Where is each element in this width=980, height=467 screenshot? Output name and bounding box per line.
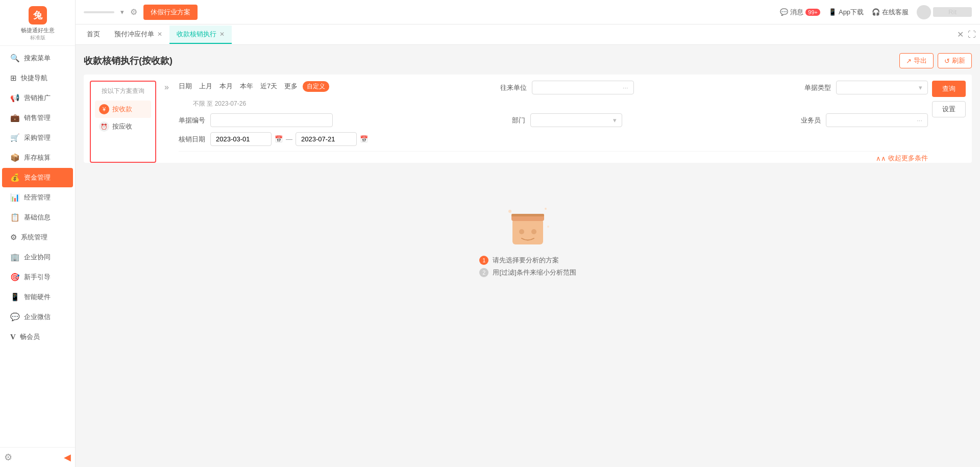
date-label: 日期 bbox=[179, 82, 194, 91]
app-download-btn[interactable]: 📱 App下载 bbox=[828, 8, 864, 17]
svg-rect-2 bbox=[511, 214, 544, 216]
online-service-btn[interactable]: 🎧 在线客服 bbox=[872, 8, 909, 17]
sidebar-item-operations[interactable]: 📊 经营管理 bbox=[2, 188, 73, 207]
maximize-btn[interactable]: ⛶ bbox=[968, 30, 976, 39]
sidebar-item-inventory[interactable]: 📦 库存核算 bbox=[2, 148, 73, 167]
member-icon: V bbox=[10, 333, 16, 341]
sidebar-item-label: 基础信息 bbox=[24, 213, 51, 222]
dept-select[interactable]: ▾ bbox=[530, 113, 622, 127]
topbar-left: ▾ ⚙ 休假行业方案 bbox=[84, 5, 198, 20]
tab-home-label: 首页 bbox=[87, 30, 100, 39]
svg-point-6 bbox=[545, 208, 547, 210]
sidebar-item-label: 快捷导航 bbox=[21, 73, 47, 83]
message-btn[interactable]: 💬 消息 99+ bbox=[780, 8, 820, 17]
staff-input[interactable]: ··· bbox=[826, 113, 928, 127]
calendar-start-icon[interactable]: 📅 bbox=[275, 135, 283, 143]
sidebar-item-quicknav[interactable]: ⊞ 快捷导航 bbox=[2, 68, 73, 88]
filter-option-receipt-label: 按收款 bbox=[112, 105, 132, 114]
sidebar-item-finance[interactable]: 💰 资金管理 bbox=[2, 168, 73, 187]
collapse-sidebar-btn[interactable]: ◀ bbox=[64, 452, 71, 463]
tab-collection[interactable]: 收款核销执行 ✕ bbox=[169, 26, 232, 44]
sidebar-item-purchase[interactable]: 🛒 采购管理 bbox=[2, 128, 73, 148]
doc-no-label: 单据编号 bbox=[179, 116, 207, 125]
tab-prepay-label: 预付冲应付单 bbox=[114, 30, 154, 39]
receivable-icon: ⏰ bbox=[99, 121, 109, 132]
message-label: 消息 bbox=[790, 8, 803, 17]
sidebar-item-label: 搜索菜单 bbox=[24, 54, 51, 63]
empty-hint-2: 2 用[过滤]条件来缩小分析范围 bbox=[479, 268, 576, 277]
date-last-month[interactable]: 上月 bbox=[197, 81, 214, 92]
sidebar-item-wechat[interactable]: 💬 企业微信 bbox=[2, 307, 73, 327]
close-all-tabs-btn[interactable]: ✕ bbox=[957, 30, 964, 39]
refresh-button[interactable]: ↺ 刷新 bbox=[938, 53, 972, 68]
sidebar-item-label: 新手引导 bbox=[24, 273, 51, 282]
sales-icon: 💼 bbox=[10, 113, 20, 122]
date-this-year[interactable]: 本年 bbox=[238, 81, 255, 92]
sidebar-item-system[interactable]: ⚙ 系统管理 bbox=[2, 228, 73, 247]
collapse-more-label: 收起更多条件 bbox=[888, 154, 928, 163]
filter-option-by-receivable[interactable]: ⏰ 按应收 bbox=[95, 118, 151, 135]
sidebar-item-member[interactable]: V 畅会员 bbox=[2, 327, 73, 347]
hardware-icon: 📱 bbox=[10, 292, 20, 302]
hint-text-2: 用[过滤]条件来缩小分析范围 bbox=[493, 268, 576, 277]
page-title: 收款核销执行(按收款) bbox=[84, 55, 173, 67]
sidebar-item-label: 企业微信 bbox=[24, 312, 51, 322]
tab-prepay-close[interactable]: ✕ bbox=[157, 31, 162, 38]
sidebar-item-basic-info[interactable]: 📋 基础信息 bbox=[2, 208, 73, 227]
date-more[interactable]: 更多 bbox=[282, 81, 300, 92]
sidebar-item-hardware[interactable]: 📱 智能硬件 bbox=[2, 287, 73, 307]
export-icon: ↗ bbox=[906, 57, 912, 65]
collapse-more-btn[interactable]: ∧∧ 收起更多条件 bbox=[876, 154, 928, 163]
online-service-label: 在线客服 bbox=[882, 8, 909, 17]
message-icon: 💬 bbox=[780, 8, 788, 16]
query-button[interactable]: 查询 bbox=[932, 81, 966, 97]
logo-area: 兔 畅捷通好生意 标准版 bbox=[0, 0, 75, 46]
gear-settings-icon[interactable]: ⚙ bbox=[130, 7, 137, 17]
filter-panel-title: 按以下方案查询 bbox=[95, 87, 151, 95]
purchase-icon: 🛒 bbox=[10, 133, 20, 142]
tab-home[interactable]: 首页 bbox=[80, 26, 107, 44]
doc-type-label: 单据类型 bbox=[804, 83, 833, 92]
sidebar-item-guide[interactable]: 🎯 新手引导 bbox=[2, 267, 73, 287]
user-area[interactable]: Rit bbox=[917, 5, 972, 19]
filter-option-by-receipt[interactable]: ¥ 按收款 bbox=[95, 101, 151, 118]
settings-button[interactable]: 设置 bbox=[932, 101, 966, 117]
date-this-month[interactable]: 本月 bbox=[217, 81, 235, 92]
date-custom-tag[interactable]: 自定义 bbox=[303, 81, 329, 92]
sidebar-item-label: 系统管理 bbox=[21, 233, 47, 242]
counterpart-input[interactable]: ··· bbox=[532, 81, 634, 94]
tab-collection-close[interactable]: ✕ bbox=[219, 31, 225, 38]
tabs-actions: ✕ ⛶ bbox=[957, 30, 976, 39]
sidebar-item-sales[interactable]: 💼 销售管理 bbox=[2, 108, 73, 128]
doc-no-input[interactable] bbox=[210, 113, 333, 127]
app-version: 标准版 bbox=[30, 34, 45, 41]
tabs-bar: 首页 预付冲应付单 ✕ 收款核销执行 ✕ ✕ ⛶ bbox=[76, 24, 980, 45]
solution-button[interactable]: 休假行业方案 bbox=[143, 5, 198, 20]
date-last-7days[interactable]: 近7天 bbox=[258, 81, 279, 92]
dropdown-chevron-icon[interactable]: ▾ bbox=[120, 8, 124, 16]
doc-type-select[interactable]: ▾ bbox=[836, 81, 928, 94]
verify-date-label: 核销日期 bbox=[179, 135, 207, 144]
sidebar-item-marketing[interactable]: 📢 营销推广 bbox=[2, 88, 73, 108]
verify-date-start[interactable] bbox=[210, 132, 272, 146]
dept-chevron-icon: ▾ bbox=[613, 116, 617, 124]
export-button[interactable]: ↗ 导出 bbox=[899, 53, 934, 68]
sidebar-item-label: 营销推广 bbox=[24, 93, 51, 103]
hint-text-1: 请先选择要分析的方案 bbox=[493, 256, 559, 265]
sidebar-nav: 🔍 搜索菜单 ⊞ 快捷导航 📢 营销推广 💼 销售管理 🛒 采购管理 📦 库存核… bbox=[0, 46, 75, 447]
tab-prepay[interactable]: 预付冲应付单 ✕ bbox=[107, 26, 169, 44]
counterpart-label: 往来单位 bbox=[500, 83, 529, 92]
settings-icon[interactable]: ⚙ bbox=[4, 452, 12, 463]
sidebar: 兔 畅捷通好生意 标准版 🔍 搜索菜单 ⊞ 快捷导航 📢 营销推广 💼 销售管理… bbox=[0, 0, 76, 467]
filter-collapse-btn[interactable]: » bbox=[164, 83, 175, 92]
sidebar-bottom: ⚙ ◀ bbox=[0, 447, 75, 467]
service-icon: 🎧 bbox=[872, 8, 880, 16]
verify-date-end[interactable] bbox=[296, 132, 357, 146]
sidebar-item-search[interactable]: 🔍 搜索菜单 bbox=[2, 48, 73, 68]
empty-hint-1: 1 请先选择要分析的方案 bbox=[479, 256, 576, 265]
page-actions: ↗ 导出 ↺ 刷新 bbox=[899, 53, 972, 68]
page-header: 收款核销执行(按收款) ↗ 导出 ↺ 刷新 bbox=[84, 53, 972, 68]
svg-point-5 bbox=[508, 210, 511, 213]
sidebar-item-collab[interactable]: 🏢 企业协同 bbox=[2, 248, 73, 267]
calendar-end-icon[interactable]: 📅 bbox=[360, 135, 368, 143]
